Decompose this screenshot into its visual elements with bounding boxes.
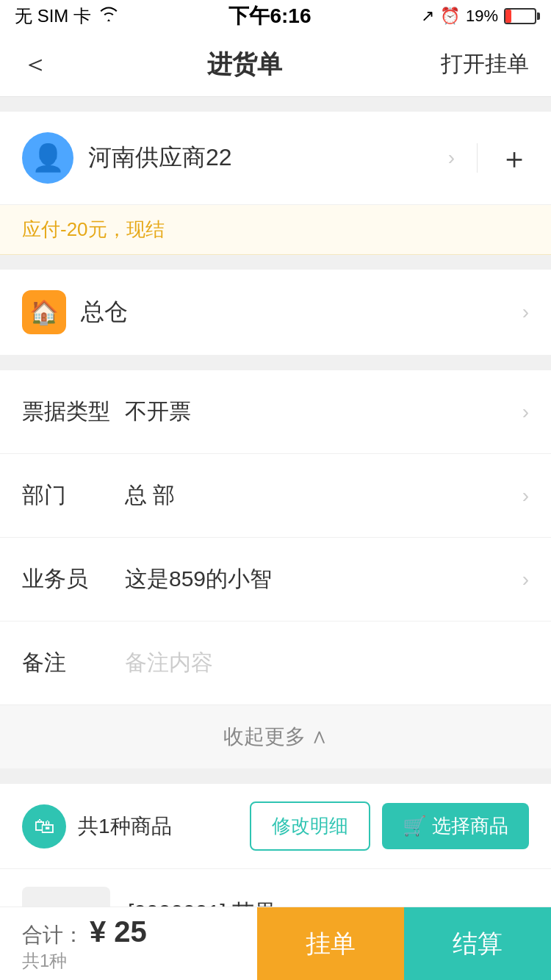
salesperson-row[interactable]: 业务员 这是859的小智 › [0, 537, 551, 621]
supplier-chevron-icon: › [448, 146, 455, 170]
status-right: ↗ ⏰ 19% [421, 7, 536, 26]
department-row[interactable]: 部门 总 部 › [0, 453, 551, 537]
back-button[interactable]: ＜ [22, 46, 48, 82]
status-time: 下午6:16 [228, 2, 311, 30]
department-chevron-icon: › [522, 484, 529, 508]
edit-detail-button[interactable]: 修改明细 [250, 801, 370, 851]
warehouse-icon: 🏠 [29, 298, 59, 326]
select-product-button[interactable]: 🛒 选择商品 [382, 803, 529, 849]
product-header: 🛍 共1种商品 修改明细 🛒 选择商品 [0, 783, 551, 868]
ticket-type-row[interactable]: 票据类型 不开票 › [0, 370, 551, 453]
page-title: 进货单 [207, 48, 282, 82]
person-icon: 👤 [32, 143, 65, 173]
ticket-type-chevron-icon: › [522, 400, 529, 424]
supplier-card: 👤 河南供应商22 › ＋ 应付-20元，现结 [0, 112, 551, 255]
warehouse-icon-wrap: 🏠 [22, 290, 66, 334]
total-amount: ¥ 25 [90, 915, 147, 948]
total-label: 合计： [22, 921, 84, 949]
department-label: 部门 [22, 480, 110, 511]
open-suspend-button[interactable]: 打开挂单 [441, 49, 529, 79]
remark-label: 备注 [22, 648, 110, 678]
product-icon-wrap: 🛍 [22, 804, 66, 849]
warehouse-chevron-icon: › [522, 300, 529, 324]
gap-1 [0, 97, 551, 112]
bottom-bar: 合计： ¥ 25 共1种 挂单 结算 [0, 907, 551, 980]
remark-input[interactable]: 备注内容 [110, 648, 529, 678]
status-left: 无 SIM 卡 [15, 4, 119, 28]
add-supplier-button[interactable]: ＋ [500, 138, 529, 179]
suspend-button[interactable]: 挂单 [257, 907, 404, 981]
department-value: 总 部 [110, 480, 522, 511]
warehouse-name: 总仓 [81, 296, 522, 328]
battery-percent: 19% [466, 7, 498, 26]
product-count: 共1种商品 [78, 813, 250, 840]
salesperson-chevron-icon: › [522, 568, 529, 591]
location-icon: ↗ [421, 7, 434, 26]
nav-bar: ＜ 进货单 打开挂单 [0, 32, 551, 97]
status-bar: 无 SIM 卡 下午6:16 ↗ ⏰ 19% [0, 0, 551, 32]
divider [477, 143, 478, 173]
battery-icon [504, 8, 536, 24]
warehouse-row[interactable]: 🏠 总仓 › [0, 270, 551, 355]
gap-2 [0, 255, 551, 270]
salesperson-label: 业务员 [22, 564, 110, 594]
form-card: 票据类型 不开票 › 部门 总 部 › 业务员 这是859的小智 › 备注 备注… [0, 370, 551, 705]
checkout-button[interactable]: 结算 [404, 907, 551, 981]
remark-row[interactable]: 备注 备注内容 [0, 621, 551, 705]
alarm-icon: ⏰ [440, 7, 460, 26]
gap-4 [0, 768, 551, 783]
select-product-label: 选择商品 [432, 813, 508, 839]
cart-icon: 🛒 [403, 815, 426, 837]
gap-3 [0, 355, 551, 370]
ticket-type-value: 不开票 [110, 397, 522, 427]
ticket-type-label: 票据类型 [22, 397, 110, 427]
salesperson-value: 这是859的小智 [110, 564, 522, 594]
wifi-icon [98, 6, 119, 26]
supplier-row[interactable]: 👤 河南供应商22 › ＋ [0, 112, 551, 205]
total-main: 合计： ¥ 25 [22, 915, 235, 949]
warehouse-card: 🏠 总仓 › [0, 270, 551, 355]
supplier-name: 河南供应商22 [88, 142, 448, 174]
collapse-bar[interactable]: 收起更多 ∧ [0, 705, 551, 768]
total-sub: 共1种 [22, 949, 235, 973]
bag-icon: 🛍 [34, 814, 54, 838]
collapse-label: 收起更多 ∧ [223, 725, 328, 748]
carrier-text: 无 SIM 卡 [15, 4, 91, 28]
notice-bar: 应付-20元，现结 [0, 205, 551, 255]
notice-text: 应付-20元，现结 [22, 218, 165, 240]
total-section: 合计： ¥ 25 共1种 [0, 915, 257, 973]
supplier-avatar: 👤 [22, 132, 73, 184]
